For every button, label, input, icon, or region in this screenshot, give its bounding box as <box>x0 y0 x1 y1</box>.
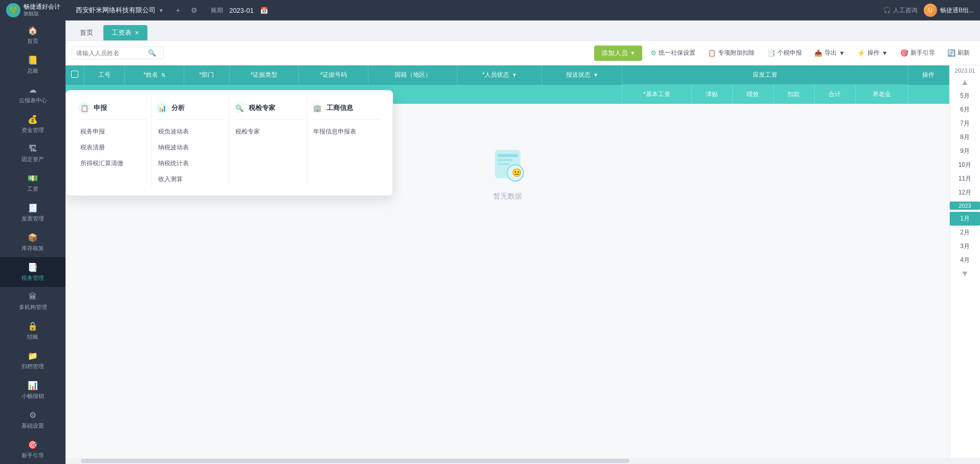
cal-month-5[interactable]: 5月 <box>950 89 980 103</box>
horizontal-scrollbar[interactable] <box>66 458 980 464</box>
th-operation: 操作 <box>908 65 949 85</box>
header-actions: + ⚙ 账期 2023-01 📅 <box>172 4 268 16</box>
mini-report-icon: 📊 <box>28 381 38 390</box>
human-service-button[interactable]: 🎧 人工咨询 <box>883 6 918 15</box>
cal-month-7[interactable]: 7月 <box>950 117 980 130</box>
sidebar-label-inventory: 库存核算 <box>21 245 44 252</box>
sidebar-label-archive: 归档管理 <box>21 363 44 370</box>
settings-icon[interactable]: ⚙ <box>188 4 201 16</box>
sidebar-label-cloud: 云报表中心 <box>19 97 47 104</box>
search-input[interactable] <box>76 50 148 57</box>
sidebar-item-cloud-report[interactable]: ☁ 云报表中心 <box>0 80 66 109</box>
add-company-button[interactable]: + <box>172 4 184 16</box>
cal-month-4[interactable]: 4月 <box>950 253 980 267</box>
sidebar-item-archive[interactable]: 📁 归档管理 <box>0 346 66 375</box>
sidebar-item-home[interactable]: 🏠 首页 <box>0 20 66 50</box>
insurance-icon: ⚙ <box>650 49 657 57</box>
export-arrow-icon: ▼ <box>839 50 845 57</box>
sidebar-label-mini-report: 小畅报销 <box>21 392 44 400</box>
cal-month-10[interactable]: 10月 <box>950 158 980 172</box>
th-cert-type-label: *证据类型 <box>251 71 278 78</box>
insurance-button[interactable]: ⚙ 统一社保设置 <box>646 47 700 59</box>
cal-month-3[interactable]: 3月 <box>950 239 980 253</box>
menu-item-tax-burden[interactable]: 税负波动表 <box>156 124 225 140</box>
business-info-section-icon: 🏢 <box>311 102 323 114</box>
menu-item-tax-expert[interactable]: 税检专家 <box>233 124 302 140</box>
cal-month-12[interactable]: 12月 <box>950 186 980 200</box>
user-avatar: U <box>924 4 937 17</box>
sidebar-label-tax: 税务管理 <box>21 274 44 282</box>
th-cert-no-label: *证据号码 <box>320 71 347 78</box>
sidebar-item-invoice[interactable]: 🧾 发票管理 <box>0 198 66 228</box>
menu-item-tax-declare[interactable]: 税务申报 <box>78 124 147 140</box>
send-status-filter-icon[interactable]: ▼ <box>593 72 598 78</box>
sidebar-item-multi-org[interactable]: 🏛 多机构管理 <box>0 287 66 316</box>
menu-item-income-estimate[interactable]: 收入测算 <box>156 171 225 187</box>
tab-home[interactable]: 首页 <box>72 25 101 40</box>
sidebar-item-inventory[interactable]: 📦 库存核算 <box>0 228 66 257</box>
th-dept: *部门 <box>184 65 229 85</box>
popup-section-business-info: 🏢 工商信息 年报信息申报表 <box>307 99 385 187</box>
calendar-icon[interactable]: 📅 <box>260 7 268 14</box>
calendar-down-button[interactable]: ▼ <box>950 267 980 280</box>
name-sort-icon[interactable]: ⇅ <box>161 72 165 78</box>
sidebar-item-basic-settings[interactable]: ⚙ 基础设置 <box>0 405 66 435</box>
cal-month-1-active[interactable]: 1月 <box>950 212 980 226</box>
export-button[interactable]: 📤 导出 ▼ <box>810 47 849 59</box>
menu-item-tax-table-register[interactable]: 税表清册 <box>78 140 147 156</box>
tax-expert-title: 税检专家 <box>249 103 275 113</box>
closing-icon: 🔒 <box>28 321 38 331</box>
cal-month-9[interactable]: 9月 <box>950 144 980 158</box>
company-selector[interactable]: 西安虾米网络科技有限公司 ▼ <box>72 6 168 15</box>
export-icon: 📤 <box>814 49 822 57</box>
sidebar-item-fixed-assets[interactable]: 🏗 固定资产 <box>0 139 66 168</box>
th-allowance: 津贴 <box>691 85 732 104</box>
cal-month-8[interactable]: 8月 <box>950 130 980 144</box>
calendar-panel: 2023.01 ▲ 5月 6月 7月 8月 9月 10月 <box>949 65 980 458</box>
sidebar-item-salary[interactable]: 💵 工资 <box>0 168 66 198</box>
popup-section-declaration: 📋 申报 税务申报 税表清册 所得税汇算清缴 <box>74 99 152 187</box>
sidebar-item-fund[interactable]: 💰 资金管理 <box>0 109 66 139</box>
sidebar-label-fixed-assets: 固定资产 <box>21 156 44 163</box>
operation-label: 操作 <box>867 49 880 57</box>
calendar-year-2023-badge[interactable]: 2023 <box>950 202 980 210</box>
operation-button[interactable]: ⚡ 操作 ▼ <box>853 47 892 59</box>
status-filter-icon[interactable]: ▼ <box>512 72 517 78</box>
logo-area: 💚 畅捷通好会计 旗舰版 <box>6 3 72 17</box>
sidebar-item-tax[interactable]: 📑 税务管理 <box>0 257 66 287</box>
toolbar: 🔍 添加人员 ▼ ⚙ 统一社保设置 📋 专项附加扣除 📑 个税申报 📤 导出 <box>66 41 980 65</box>
tab-salary[interactable]: 工资表 ✕ <box>103 25 147 40</box>
user-name: 畅捷通B组... <box>940 6 974 15</box>
guide-button[interactable]: 🎯 新手引导 <box>896 47 939 59</box>
calendar-up-button[interactable]: ▲ <box>950 76 980 89</box>
deduction-button[interactable]: 📋 专项附加扣除 <box>704 47 759 59</box>
sidebar-label-invoice: 发票管理 <box>21 215 44 223</box>
tab-close-icon[interactable]: ✕ <box>135 30 139 36</box>
th-pension-label: 养老金 <box>873 91 891 98</box>
guide-icon: 🎯 <box>28 440 38 450</box>
tax-report-button[interactable]: 📑 个税申报 <box>763 47 806 59</box>
sidebar-item-ledger[interactable]: 📒 总账 <box>0 50 66 80</box>
dropdown-popup: 📋 申报 税务申报 税表清册 所得税汇算清缴 📊 分析 税负波动表 <box>66 90 393 196</box>
add-person-button[interactable]: 添加人员 ▼ <box>594 46 642 61</box>
menu-item-income-tax-calc[interactable]: 所得税汇算清缴 <box>78 156 147 171</box>
guide-btn-icon: 🎯 <box>900 49 908 57</box>
th-checkbox[interactable] <box>66 65 84 85</box>
refresh-button[interactable]: 🔄 刷新 <box>943 47 974 59</box>
export-label: 导出 <box>824 49 837 57</box>
menu-item-tax-wave[interactable]: 纳税波动表 <box>156 140 225 156</box>
menu-item-annual-report[interactable]: 年报信息申报表 <box>311 124 381 140</box>
th-status: *人员状态 ▼ <box>457 65 542 85</box>
cal-month-2[interactable]: 2月 <box>950 226 980 239</box>
menu-item-tax-stats[interactable]: 纳税统计表 <box>156 156 225 171</box>
sidebar-item-mini-report[interactable]: 📊 小畅报销 <box>0 375 66 405</box>
sidebar-item-guide[interactable]: 🎯 新手引导 <box>0 435 66 464</box>
th-cert-no: *证据号码 <box>299 65 368 85</box>
select-all-checkbox[interactable] <box>71 71 78 78</box>
sidebar-item-closing[interactable]: 🔒 结账 <box>0 316 66 346</box>
empty-illustration: 😐 <box>487 145 528 186</box>
cal-month-6[interactable]: 6月 <box>950 103 980 117</box>
cal-month-11[interactable]: 11月 <box>950 172 980 186</box>
user-avatar-area[interactable]: U 畅捷通B组... <box>924 4 974 17</box>
th-performance-label: 绩效 <box>747 91 759 98</box>
